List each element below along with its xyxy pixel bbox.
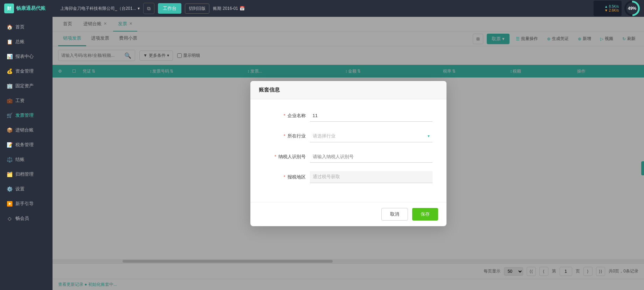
sidebar-item-invoice[interactable]: 🛒 发票管理: [0, 108, 53, 123]
speed-indicator: ▲ 8.5K/s ▼ 2.6K/s: [594, 1, 622, 16]
sidebar-item-guide-label: 新手引导: [15, 201, 34, 207]
sidebar-item-tax-label: 税务管理: [15, 142, 34, 148]
sidebar-item-purchase-label: 进销台账: [15, 127, 34, 133]
required-star-3: *: [275, 154, 276, 159]
sidebar-item-salary-label: 工资: [15, 97, 25, 104]
modal-body: * 企业名称 * 所在行业 请选择行业: [250, 99, 446, 202]
sidebar-item-funds[interactable]: 💰 资金管理: [0, 64, 53, 79]
sidebar-item-ledger-label: 总账: [15, 39, 25, 45]
tax-id-input[interactable]: [310, 151, 432, 163]
settle-icon: ⚖️: [6, 157, 13, 162]
sidebar-item-salary[interactable]: 💼 工资: [0, 93, 53, 108]
copy-icon-btn[interactable]: ⧉: [143, 3, 154, 14]
sidebar-item-settle[interactable]: ⚖️ 结账: [0, 152, 53, 167]
sidebar-item-settle-label: 结账: [15, 156, 25, 163]
form-row-tax-region: * 报税地区 通过税号获取: [264, 171, 432, 183]
sidebar-item-assets-label: 固定资产: [15, 83, 34, 89]
tax-region-label: * 报税地区: [264, 174, 310, 180]
modal-header: 账套信息: [250, 81, 446, 99]
required-star-2: *: [284, 133, 285, 139]
sidebar-item-assets[interactable]: 🏢 固定资产: [0, 79, 53, 93]
sidebar-item-reports-label: 报表中心: [15, 53, 34, 60]
top-bar: 财 畅康通易代账 上海卯金刀电子科技有限公司_（台201... ▾ ⧉ 工作台 …: [0, 0, 644, 17]
sidebar-item-settings-label: 设置: [15, 186, 25, 192]
app-name: 畅康通易代账: [16, 5, 46, 12]
sidebar: 🏠 首页 📋 总账 📊 报表中心 💰 资金管理 🏢 固定资产 💼 工资 🛒 发票…: [0, 17, 53, 290]
modal-overlay: 账套信息 * 企业名称 * 所在行: [53, 17, 644, 290]
purchase-icon: 📦: [6, 127, 13, 133]
app-logo: 财 畅康通易代账: [4, 4, 57, 13]
logo-icon: 财: [4, 4, 14, 13]
sidebar-item-home[interactable]: 🏠 首页: [0, 20, 53, 34]
required-star: *: [284, 113, 285, 118]
sidebar-item-ledger[interactable]: 📋 总账: [0, 34, 53, 49]
sidebar-item-archive-label: 归档管理: [15, 171, 34, 177]
industry-label: * 所在行业: [264, 133, 310, 139]
industry-select[interactable]: 请选择行业: [310, 130, 432, 142]
calendar-icon[interactable]: 📅: [240, 6, 245, 11]
archive-icon: 🗂️: [6, 171, 13, 177]
modal-footer: 取消 保存: [250, 202, 446, 226]
switch-old-button[interactable]: 切到旧版: [185, 4, 209, 14]
sidebar-item-tax[interactable]: 📝 税务管理: [0, 137, 53, 152]
home-icon: 🏠: [6, 24, 13, 30]
percent-value: 49%: [626, 2, 638, 14]
company-name-label: * 企业名称: [264, 113, 310, 119]
save-button[interactable]: 保存: [412, 208, 438, 221]
ledger-icon: 📋: [6, 39, 13, 45]
settings-icon: ⚙️: [6, 186, 13, 192]
sidebar-item-invoice-label: 发票管理: [15, 112, 34, 119]
sidebar-item-funds-label: 资金管理: [15, 68, 34, 74]
company-name: 上海卯金刀电子科技有限公司_（台201...: [60, 6, 136, 12]
tax-region-disabled-input: 通过税号获取: [310, 171, 432, 183]
main-layout: 🏠 首页 📋 总账 📊 报表中心 💰 资金管理 🏢 固定资产 💼 工资 🛒 发票…: [0, 17, 644, 290]
guide-icon: ▶️: [6, 201, 13, 207]
upload-speed: ▲ 8.5K/s: [604, 5, 619, 8]
salary-icon: 💼: [6, 98, 13, 103]
modal-title: 账套信息: [259, 87, 280, 93]
dropdown-arrow-icon: ▾: [138, 6, 140, 11]
cpu-percent-circle: 49%: [624, 1, 640, 16]
period-label: 账期 2016-01 📅: [213, 6, 245, 12]
form-row-tax-id: * 纳税人识别号: [264, 151, 432, 163]
invoice-icon: 🛒: [6, 113, 13, 118]
assets-icon: 🏢: [6, 83, 13, 89]
sidebar-item-reports[interactable]: 📊 报表中心: [0, 49, 53, 64]
tax-id-label: * 纳税人识别号: [264, 154, 310, 160]
sidebar-item-settings[interactable]: ⚙️ 设置: [0, 182, 53, 196]
funds-icon: 💰: [6, 68, 13, 74]
tax-icon: 📝: [6, 142, 13, 148]
sidebar-item-member-label: 畅会员: [15, 215, 29, 222]
sidebar-item-home-label: 首页: [15, 24, 25, 30]
form-row-company-name: * 企业名称: [264, 110, 432, 122]
sidebar-item-member[interactable]: ◇ 畅会员: [0, 211, 53, 226]
industry-select-wrap: 请选择行业 ▾: [310, 130, 432, 142]
workbench-button[interactable]: 工作台: [158, 3, 181, 14]
account-info-modal: 账套信息 * 企业名称 * 所在行: [250, 81, 446, 226]
main-content: 首页 进销台账 ✕ 发票 ✕ 销项发票 进项发票: [53, 17, 644, 290]
company-name-input[interactable]: [310, 110, 432, 122]
company-selector[interactable]: 上海卯金刀电子科技有限公司_（台201... ▾: [60, 6, 140, 12]
member-icon: ◇: [6, 216, 13, 221]
download-speed: ▼ 2.6K/s: [604, 8, 619, 12]
reports-icon: 📊: [6, 54, 13, 59]
top-bar-right: ▲ 8.5K/s ▼ 2.6K/s 49%: [594, 1, 640, 16]
cancel-button[interactable]: 取消: [381, 208, 408, 221]
sidebar-item-archive[interactable]: 🗂️ 归档管理: [0, 167, 53, 182]
select-chevron-icon: ▾: [428, 134, 430, 139]
form-row-industry: * 所在行业 请选择行业 ▾: [264, 130, 432, 142]
required-star-4: *: [284, 174, 285, 180]
sidebar-item-guide[interactable]: ▶️ 新手引导: [0, 196, 53, 211]
sidebar-item-purchase[interactable]: 📦 进销台账: [0, 123, 53, 137]
